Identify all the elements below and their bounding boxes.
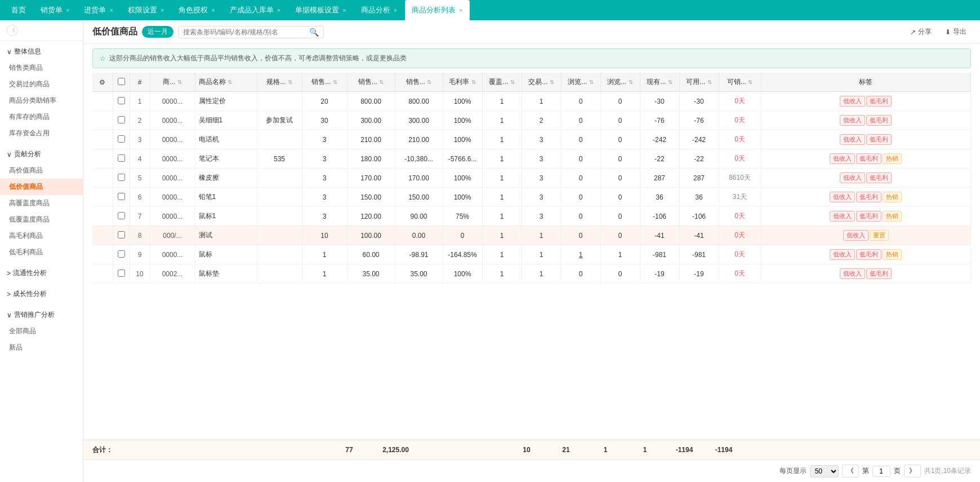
row-gross: 100%	[443, 264, 482, 284]
row-checkbox-cell[interactable]	[113, 92, 130, 111]
sidebar-collapse-btn[interactable]: 《	[7, 25, 18, 36]
col-browse1[interactable]: 浏览... ⇅	[561, 73, 600, 92]
nav-inbound[interactable]: 产成品入库单 ×	[223, 0, 287, 20]
sidebar-item-low-coverage[interactable]: 低覆盖度商品	[0, 211, 83, 228]
sidebar-item-inventory-fund[interactable]: 库存资金占用	[0, 125, 83, 141]
page-number-input[interactable]	[872, 466, 890, 477]
close-icon[interactable]: ×	[66, 7, 69, 14]
tag-label: 低收入	[840, 268, 865, 279]
sidebar-group-overall[interactable]: ∨ 整体信息	[0, 43, 83, 60]
search-input[interactable]	[183, 28, 307, 36]
table-row: 2 0000... 吴细细1 参加复试 30 300.00 300.00 100…	[92, 111, 971, 130]
sidebar-item-high-margin[interactable]: 高毛利商品	[0, 228, 83, 244]
sidebar-item-stocked[interactable]: 有库存的商品	[0, 109, 83, 125]
col-sale-amount[interactable]: 销售... ⇅	[347, 73, 395, 92]
nav-home[interactable]: 首页	[5, 0, 33, 20]
close-icon[interactable]: ×	[211, 7, 215, 14]
row-sell-days: 0天	[719, 245, 761, 264]
close-icon[interactable]: ×	[161, 7, 164, 14]
col-sellable-days[interactable]: 可销... ⇅	[719, 73, 761, 92]
filter-recent-month-btn[interactable]: 近一月	[142, 26, 173, 38]
row-checkbox[interactable]	[118, 193, 125, 200]
export-button[interactable]: ⬇ 导出	[941, 25, 971, 39]
tag-label: 低毛利	[856, 211, 881, 222]
nav-product-analysis[interactable]: 商品分析 ×	[354, 0, 404, 20]
sidebar-item-all-products[interactable]: 全部商品	[0, 323, 83, 339]
close-icon[interactable]: ×	[459, 7, 462, 14]
row-checkbox[interactable]	[118, 231, 125, 238]
row-checkbox[interactable]	[118, 174, 125, 181]
col-sale-qty[interactable]: 销售... ⇅	[302, 73, 347, 92]
row-trade: 3	[522, 149, 561, 169]
col-spec[interactable]: 规格... ⇅	[257, 73, 302, 92]
col-browse2[interactable]: 浏览... ⇅	[600, 73, 640, 92]
close-icon[interactable]: ×	[277, 7, 280, 14]
first-page-btn[interactable]: 《	[842, 465, 859, 477]
row-checkbox[interactable]	[118, 97, 125, 104]
col-code[interactable]: 商... ⇅	[150, 73, 195, 92]
close-icon[interactable]: ×	[342, 7, 346, 14]
row-checkbox[interactable]	[118, 154, 125, 162]
row-checkbox[interactable]	[118, 269, 125, 277]
sidebar-item-low-value[interactable]: 低价值商品	[0, 179, 83, 195]
row-checkbox-cell[interactable]	[113, 245, 130, 264]
row-checkbox-cell[interactable]	[113, 130, 130, 149]
tag-label: 低毛利	[856, 249, 881, 260]
sidebar-group-marketing[interactable]: ∨ 营销推广分析	[0, 307, 83, 323]
close-icon[interactable]: ×	[109, 7, 113, 14]
row-s2: 150.00	[347, 188, 395, 207]
row-checkbox-cell[interactable]	[113, 111, 130, 130]
row-browse1[interactable]: 1	[561, 245, 600, 264]
table-row: 3 0000... 电话机 3 210.00 210.00 100% 1 3 0…	[92, 130, 971, 149]
sidebar-item-high-value[interactable]: 高价值商品	[0, 162, 83, 179]
row-trade: 3	[522, 207, 561, 226]
col-settings[interactable]: ⚙	[92, 73, 113, 92]
sidebar-group-contribution[interactable]: ∨ 贡献分析	[0, 146, 83, 162]
sidebar-item-high-coverage[interactable]: 高覆盖度商品	[0, 195, 83, 211]
col-sale-profit[interactable]: 销售... ⇅	[395, 73, 443, 92]
row-gross: -5766.6...	[443, 149, 482, 169]
close-icon[interactable]: ×	[394, 7, 397, 14]
sidebar-item-traded[interactable]: 交易过的商品	[0, 76, 83, 92]
row-checkbox-cell[interactable]	[113, 188, 130, 207]
share-button[interactable]: ↗ 分享	[906, 25, 936, 39]
row-checkbox[interactable]	[118, 212, 125, 219]
row-checkbox[interactable]	[118, 135, 125, 143]
row-checkbox-cell[interactable]	[113, 169, 130, 188]
row-checkbox-cell[interactable]	[113, 207, 130, 226]
nav-product-analysis-list[interactable]: 商品分析列表 ×	[405, 0, 469, 20]
sidebar-item-new-products[interactable]: 新品	[0, 339, 83, 356]
sidebar-item-low-margin[interactable]: 低毛利商品	[0, 244, 83, 260]
search-icon[interactable]: 🔍	[309, 28, 319, 37]
settings-cell	[92, 169, 113, 188]
row-checkbox-cell[interactable]	[113, 264, 130, 284]
nav-purchase[interactable]: 进货单 ×	[77, 0, 119, 20]
sidebar-item-category-rate[interactable]: 商品分类助销率	[0, 92, 83, 109]
next-page-btn[interactable]: 》	[904, 465, 921, 477]
nav-roles[interactable]: 角色授权 ×	[172, 0, 221, 20]
col-name[interactable]: 商品名称 ⇅	[195, 73, 257, 92]
row-gross: 100%	[443, 130, 482, 149]
sidebar-item-sales-category[interactable]: 销售类商品	[0, 60, 83, 76]
row-spec	[257, 92, 302, 111]
nav-permissions[interactable]: 权限设置 ×	[121, 0, 171, 20]
col-select-all[interactable]	[113, 73, 130, 92]
row-checkbox-cell[interactable]	[113, 226, 130, 245]
nav-sales[interactable]: 销货单 ×	[34, 0, 76, 20]
sidebar-group-circulation[interactable]: > 流通性分析	[0, 265, 83, 281]
page-size-select[interactable]: 50 100 200	[810, 465, 839, 477]
sidebar-group-growth[interactable]: > 成长性分析	[0, 286, 83, 302]
col-coverage[interactable]: 覆盖... ⇅	[482, 73, 522, 92]
row-checkbox-cell[interactable]	[113, 149, 130, 169]
row-checkbox[interactable]	[118, 250, 125, 258]
row-spec	[257, 130, 302, 149]
tag-hot: 热销	[883, 153, 902, 164]
select-all-checkbox[interactable]	[118, 78, 125, 85]
col-available-stock[interactable]: 可用... ⇅	[679, 73, 719, 92]
row-browse1: 0	[561, 169, 600, 188]
col-current-stock[interactable]: 现有... ⇅	[640, 73, 679, 92]
nav-template[interactable]: 单据模板设置 ×	[288, 0, 353, 20]
col-trade[interactable]: 交易... ⇅	[522, 73, 561, 92]
row-checkbox[interactable]	[118, 116, 125, 123]
col-gross-margin[interactable]: 毛利率 ⇅	[443, 73, 482, 92]
